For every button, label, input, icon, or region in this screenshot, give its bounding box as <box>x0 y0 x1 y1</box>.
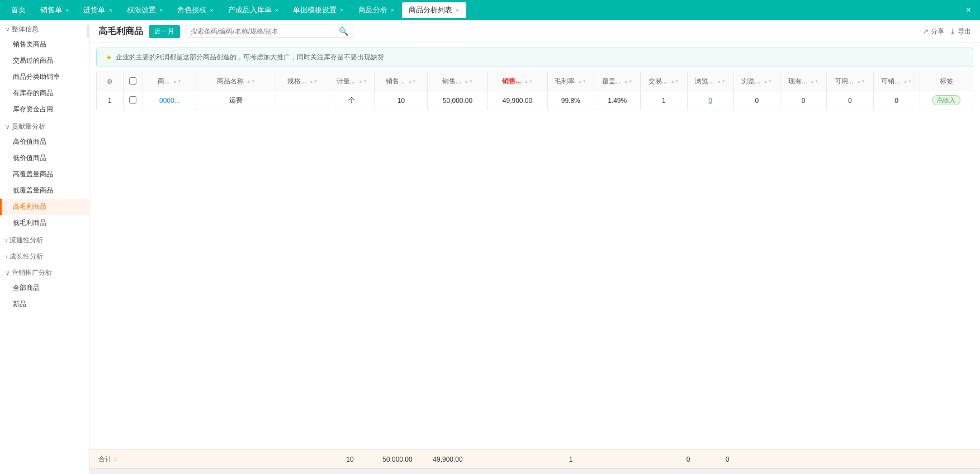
sidebar-group-liquidity[interactable]: › 流通性分析 <box>0 231 89 247</box>
content-header: 高毛利商品 近一月 🔍 ↗ 分享 ⤓ 导出 <box>89 20 980 43</box>
cell-code[interactable]: 0000... <box>143 91 196 110</box>
table-container: ⚙ 商... ▲▼ 商品名称 ▲▼ 规格... <box>89 72 980 449</box>
search-icon[interactable]: 🔍 <box>339 27 348 36</box>
col-header-coverage[interactable]: 覆盖... ▲▼ <box>594 72 641 91</box>
horizontal-scrollbar[interactable] <box>89 468 980 474</box>
nav-tab-purchase[interactable]: 进货单 × <box>77 2 119 18</box>
sidebar-item-new-goods[interactable]: 新品 <box>0 296 89 312</box>
footer-stock2: 0 <box>708 456 747 463</box>
sidebar-group-contribution[interactable]: ∨ 贡献量分析 <box>0 118 89 134</box>
col-header-stock-current[interactable]: 现有... ▲▼ <box>780 72 827 91</box>
footer-spacer5 <box>473 456 512 463</box>
footer-spacer7 <box>629 456 669 463</box>
nav-tab-role[interactable]: 角色授权 × <box>171 2 220 18</box>
close-icon[interactable]: × <box>159 7 163 13</box>
select-all-checkbox[interactable] <box>129 77 136 85</box>
browse1-link[interactable]: 0 <box>708 97 712 105</box>
sidebar-group-marketing[interactable]: ∨ 营销推广分析 <box>0 264 89 280</box>
col-header-code[interactable]: 商... ▲▼ <box>143 72 196 91</box>
sidebar-item-stock-capital[interactable]: 库存资金占用 <box>0 101 89 118</box>
sidebar-item-all-goods[interactable]: 全部商品 <box>0 280 89 296</box>
sidebar-group-growth[interactable]: › 成长性分析 <box>0 247 89 264</box>
close-icon[interactable]: × <box>275 7 278 13</box>
nav-tab-analysis[interactable]: 商品分析 × <box>352 2 401 18</box>
col-header-name[interactable]: 商品名称 ▲▼ <box>196 72 276 91</box>
sidebar-item-high-coverage[interactable]: 高覆盖量商品 <box>0 166 89 182</box>
col-header-spec[interactable]: 规格... ▲▼ <box>276 72 329 91</box>
sidebar-item-high-value[interactable]: 高价值商品 <box>0 134 89 150</box>
sidebar-item-high-margin[interactable]: 高毛利商品 <box>0 199 89 215</box>
col-header-sales-profit[interactable]: 销售... ▲▼ <box>487 72 547 91</box>
col-header-settings[interactable]: ⚙ <box>97 72 124 91</box>
col-header-sales-amount[interactable]: 销售... ▲▼ <box>428 72 487 91</box>
sidebar-item-stocked-goods[interactable]: 有库存的商品 <box>0 85 89 101</box>
col-header-browse1[interactable]: 浏览... ▲▼ <box>687 72 733 91</box>
sort-icon: ▲▼ <box>578 79 587 84</box>
close-icon[interactable]: × <box>456 7 459 13</box>
cell-stock2: 0 <box>827 91 873 110</box>
sort-icon: ▲▼ <box>764 79 773 84</box>
table-header-row: ⚙ 商... ▲▼ 商品名称 ▲▼ 规格... <box>97 72 973 91</box>
share-button[interactable]: ↗ 分享 <box>923 27 944 36</box>
col-header-gross-rate[interactable]: 毛利率 ▲▼ <box>547 72 594 91</box>
sidebar-item-low-value[interactable]: 低价值商品 <box>0 150 89 166</box>
cell-cover: 1.49% <box>594 91 641 110</box>
cell-browse1[interactable]: 0 <box>687 91 733 110</box>
close-icon[interactable]: × <box>210 7 213 13</box>
chevron-down-icon: ∨ <box>6 270 10 276</box>
time-filter-button[interactable]: 近一月 <box>149 25 180 38</box>
sidebar-item-low-coverage[interactable]: 低覆盖量商品 <box>0 182 89 199</box>
col-header-trade[interactable]: 交易... ▲▼ <box>641 72 687 91</box>
sidebar: « ∨ 整体信息 销售类商品 交易过的商品 商品分类助销率 有库存的商品 库存资… <box>0 20 89 474</box>
export-button[interactable]: ⤓ 导出 <box>950 27 971 36</box>
sidebar-item-category-rate[interactable]: 商品分类助销率 <box>0 69 89 85</box>
sidebar-group-overall[interactable]: ∨ 整体信息 <box>0 20 89 36</box>
sidebar-collapse-button[interactable]: « <box>87 25 89 38</box>
cell-tag: 高收入 <box>920 91 973 110</box>
close-icon[interactable]: × <box>108 7 112 13</box>
cell-sales2: 50,000.00 <box>428 91 487 110</box>
sort-icon: ▲▼ <box>173 79 182 84</box>
col-header-unit[interactable]: 计量... ▲▼ <box>329 72 375 91</box>
close-all-button[interactable]: × <box>962 5 976 15</box>
data-table: ⚙ 商... ▲▼ 商品名称 ▲▼ 规格... <box>96 72 973 110</box>
cell-num: 1 <box>97 91 124 110</box>
close-icon[interactable]: × <box>340 7 343 13</box>
sidebar-item-sales-goods[interactable]: 销售类商品 <box>0 36 89 53</box>
col-header-tag[interactable]: 标签 <box>920 72 973 91</box>
close-icon[interactable]: × <box>65 7 69 13</box>
col-header-sales-qty[interactable]: 销售... ▲▼ <box>375 72 428 91</box>
chevron-down-icon: ∨ <box>6 124 10 130</box>
search-input[interactable] <box>191 27 335 35</box>
col-header-browse2[interactable]: 浏览... ▲▼ <box>733 72 780 91</box>
sort-icon: ▲▼ <box>309 79 318 84</box>
nav-tab-sales[interactable]: 销售单 × <box>34 2 75 18</box>
footer-spacer3 <box>249 456 294 463</box>
nav-tab-analysis-list[interactable]: 商品分析列表 × <box>402 2 466 18</box>
footer-spacer1 <box>143 456 205 463</box>
col-header-sellable[interactable]: 可销... ▲▼ <box>873 72 920 91</box>
sort-icon: ▲▼ <box>624 79 633 84</box>
cell-sales3: 49,900.00 <box>487 91 547 110</box>
footer-cells: 10 50,000.00 49,900.00 1 0 0 <box>143 456 971 463</box>
footer-sales3: 49,900.00 <box>423 456 473 463</box>
sort-icon: ▲▼ <box>524 79 533 84</box>
footer-bar: 合计： 10 50,000.00 49,900.00 1 0 0 <box>89 449 980 468</box>
sort-icon: ▲▼ <box>903 79 912 84</box>
cell-checkbox <box>123 91 143 110</box>
cell-stock1: 0 <box>780 91 827 110</box>
sidebar-item-traded-goods[interactable]: 交易过的商品 <box>0 53 89 69</box>
row-checkbox[interactable] <box>129 96 136 104</box>
sort-icon: ▲▼ <box>408 79 416 84</box>
nav-tab-permission[interactable]: 权限设置 × <box>120 2 169 18</box>
share-icon: ↗ <box>923 27 929 35</box>
close-icon[interactable]: × <box>391 7 394 13</box>
nav-tab-template[interactable]: 单据模板设置 × <box>286 2 350 18</box>
nav-tab-inbound[interactable]: 产成品入库单 × <box>221 2 285 18</box>
nav-tab-home[interactable]: 首页 <box>4 2 32 18</box>
tip-icon: ✦ <box>106 53 112 62</box>
sort-icon: ▲▼ <box>856 79 865 84</box>
sidebar-item-low-margin[interactable]: 低毛利商品 <box>0 215 89 231</box>
col-header-stock-available[interactable]: 可用... ▲▼ <box>827 72 873 91</box>
top-nav: 首页 销售单 × 进货单 × 权限设置 × 角色授权 × 产成品入库单 × 单据… <box>0 0 980 20</box>
